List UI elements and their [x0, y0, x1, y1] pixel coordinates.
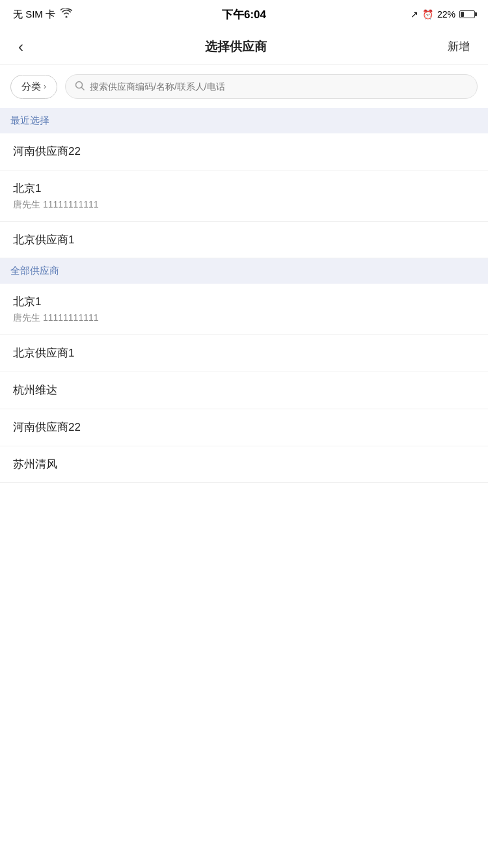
list-item[interactable]: 河南供应商22	[0, 409, 488, 446]
item-name: 河南供应商22	[13, 144, 475, 159]
item-name: 北京供应商1	[13, 232, 475, 248]
section-header-all: 全部供应商	[0, 258, 488, 284]
search-input[interactable]	[90, 81, 468, 92]
status-left: 无 SIM 卡	[13, 8, 72, 21]
sections-container: 最近选择河南供应商22北京1唐先生 11111111111北京供应商1全部供应商…	[0, 108, 488, 483]
list-item[interactable]: 杭州维达	[0, 372, 488, 409]
wifi-icon	[61, 8, 72, 20]
list-item[interactable]: 北京1唐先生 11111111111	[0, 170, 488, 222]
new-action-button[interactable]: 新增	[442, 34, 475, 59]
svg-line-1	[82, 88, 85, 90]
battery-icon	[459, 10, 475, 18]
battery-percent: 22%	[437, 9, 455, 20]
nav-bar: ‹ 选择供应商 新增	[0, 29, 488, 65]
filter-bar: 分类 ›	[0, 65, 488, 108]
status-right: ↗ ⏰ 22%	[411, 9, 475, 20]
item-subtitle: 唐先生 11111111111	[13, 199, 475, 211]
back-button[interactable]: ‹	[13, 33, 29, 61]
item-name: 北京1	[13, 294, 475, 310]
list-item[interactable]: 北京供应商1	[0, 335, 488, 372]
search-icon	[75, 81, 85, 92]
list-item[interactable]: 北京供应商1	[0, 222, 488, 259]
item-name: 北京供应商1	[13, 346, 475, 361]
page-title: 选择供应商	[205, 38, 267, 55]
item-name: 北京1	[13, 181, 475, 197]
list-item[interactable]: 苏州清风	[0, 446, 488, 483]
list-item[interactable]: 河南供应商22	[0, 133, 488, 170]
item-name: 苏州清风	[13, 457, 475, 472]
alarm-icon: ⏰	[422, 9, 433, 20]
category-label: 分类	[21, 81, 41, 93]
item-name: 杭州维达	[13, 383, 475, 398]
list-item[interactable]: 北京1唐先生 11111111111	[0, 284, 488, 335]
item-name: 河南供应商22	[13, 420, 475, 435]
category-button[interactable]: 分类 ›	[10, 75, 57, 99]
status-time: 下午6:04	[222, 7, 266, 22]
status-bar: 无 SIM 卡 下午6:04 ↗ ⏰ 22%	[0, 0, 488, 29]
search-box[interactable]	[65, 74, 478, 99]
sim-status: 无 SIM 卡	[13, 8, 55, 21]
section-header-recent: 最近选择	[0, 108, 488, 133]
chevron-right-icon: ›	[44, 82, 46, 91]
location-icon: ↗	[411, 9, 418, 20]
item-subtitle: 唐先生 11111111111	[13, 312, 475, 324]
